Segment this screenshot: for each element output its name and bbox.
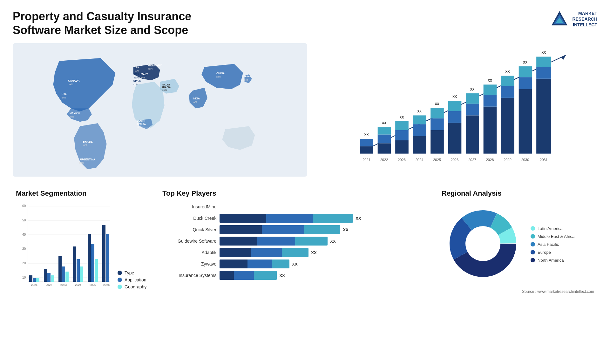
svg-text:XX: XX — [542, 51, 546, 55]
svg-rect-53 — [413, 116, 426, 125]
svg-rect-127 — [106, 234, 109, 282]
asia-pacific-label: Asia Pacific — [538, 242, 559, 247]
player-row: Duck Creek XX — [162, 214, 426, 223]
player-name: Zywave — [162, 261, 216, 266]
svg-text:2028: 2028 — [486, 158, 494, 162]
svg-rect-48 — [395, 121, 409, 130]
player-bar — [220, 237, 328, 246]
svg-rect-41 — [378, 144, 391, 154]
player-name: InsuredMine — [162, 204, 216, 209]
svg-rect-62 — [448, 111, 462, 123]
svg-text:xx%: xx% — [244, 78, 248, 81]
players-list: InsuredMine Duck Creek XX — [162, 202, 426, 280]
player-bar-wrap — [220, 202, 426, 211]
svg-rect-66 — [466, 116, 479, 154]
svg-text:ITALY: ITALY — [141, 73, 148, 76]
svg-text:2030: 2030 — [521, 158, 529, 162]
application-dot — [118, 278, 122, 282]
svg-text:XX: XX — [382, 122, 386, 125]
top-section: CANADA xx% U.S. xx% MEXICO xx% BRAZIL xx… — [13, 43, 597, 177]
svg-rect-87 — [536, 67, 551, 79]
player-name: Quick Silver — [162, 227, 216, 232]
svg-rect-47 — [395, 130, 409, 140]
svg-text:xx%: xx% — [137, 125, 141, 128]
bar-chart-svg: XX 2021 XX 2022 XX 2023 XX 2024 XX — [323, 46, 591, 164]
svg-text:GERMANY: GERMANY — [148, 64, 162, 67]
svg-text:2025: 2025 — [433, 158, 441, 162]
svg-rect-81 — [519, 89, 532, 154]
svg-rect-73 — [484, 85, 497, 95]
svg-rect-52 — [413, 125, 426, 136]
svg-text:xx%: xx% — [83, 144, 87, 146]
north-america-dot — [531, 258, 535, 262]
player-bar-wrap: XX — [220, 248, 426, 257]
svg-text:INDIA: INDIA — [193, 97, 200, 100]
legend-type: Type — [118, 270, 146, 275]
svg-text:40: 40 — [22, 233, 26, 236]
svg-text:XX: XX — [470, 88, 475, 91]
svg-text:60: 60 — [22, 204, 26, 208]
svg-rect-111 — [47, 273, 51, 282]
legend-application: Application — [118, 277, 146, 282]
north-america-label: North America — [538, 258, 564, 263]
bottom-section: Market Segmentation 60 50 40 30 20 10 — [13, 186, 597, 320]
players-panel: Top Key Players InsuredMine Duck Creek — [159, 186, 429, 320]
svg-rect-37 — [360, 146, 373, 154]
svg-rect-108 — [36, 278, 39, 282]
svg-text:2031: 2031 — [540, 158, 548, 162]
svg-rect-112 — [51, 275, 54, 282]
svg-text:CHINA: CHINA — [216, 72, 225, 75]
svg-rect-120 — [80, 266, 83, 282]
legend-latin-america: Latin America — [531, 226, 574, 231]
player-xx: XX — [292, 262, 297, 266]
players-title: Top Key Players — [162, 189, 426, 198]
svg-text:XX: XX — [364, 133, 369, 137]
svg-rect-46 — [395, 140, 409, 154]
svg-rect-88 — [536, 57, 551, 67]
svg-text:2025: 2025 — [90, 283, 96, 286]
regional-panel: Regional Analysis Latin Ame — [438, 186, 597, 320]
svg-text:BRAZIL: BRAZIL — [83, 140, 93, 143]
svg-text:2024: 2024 — [416, 158, 424, 162]
svg-rect-126 — [102, 225, 105, 282]
svg-rect-72 — [484, 95, 497, 107]
svg-text:xx%: xx% — [193, 101, 197, 104]
svg-rect-86 — [536, 79, 551, 154]
player-name: Adaptik — [162, 250, 216, 255]
player-bar — [220, 260, 289, 268]
svg-rect-116 — [65, 272, 69, 282]
application-label: Application — [125, 277, 146, 282]
svg-rect-119 — [77, 259, 80, 282]
svg-text:2029: 2029 — [504, 158, 512, 162]
svg-rect-67 — [466, 104, 479, 116]
svg-text:10: 10 — [22, 276, 26, 279]
player-xx: XX — [311, 250, 316, 255]
type-label: Type — [125, 270, 134, 275]
svg-rect-82 — [519, 78, 532, 89]
svg-text:xx%: xx% — [134, 76, 139, 79]
svg-text:xx%: xx% — [79, 161, 84, 164]
svg-text:XX: XX — [417, 110, 422, 113]
asia-pacific-dot — [531, 242, 535, 246]
regional-legend: Latin America Middle East & Africa Asia … — [531, 226, 574, 263]
svg-point-134 — [466, 227, 499, 260]
svg-text:2027: 2027 — [468, 158, 476, 162]
svg-text:2022: 2022 — [46, 283, 52, 286]
svg-text:2023: 2023 — [60, 283, 67, 286]
player-bar — [220, 271, 277, 280]
svg-text:CANADA: CANADA — [68, 79, 79, 83]
svg-rect-77 — [501, 86, 514, 98]
svg-rect-114 — [58, 256, 62, 282]
svg-text:20: 20 — [22, 261, 26, 265]
player-bar — [220, 248, 308, 257]
svg-text:2026: 2026 — [103, 283, 110, 286]
geography-dot — [118, 285, 122, 289]
svg-text:JAPAN: JAPAN — [244, 75, 252, 78]
player-row: Quick Silver XX — [162, 225, 426, 234]
player-bar-wrap: XX — [220, 237, 426, 246]
svg-rect-56 — [430, 130, 444, 154]
svg-rect-63 — [448, 101, 462, 111]
svg-text:2022: 2022 — [380, 158, 388, 162]
svg-rect-57 — [430, 118, 444, 130]
svg-rect-68 — [466, 93, 479, 104]
